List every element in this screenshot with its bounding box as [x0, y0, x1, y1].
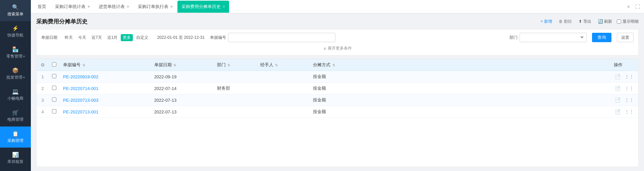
quick-icon: ⚡	[12, 25, 19, 31]
sidebar-item-retail[interactable]: 🏪 零售管理 ▾	[0, 42, 31, 63]
row-dept	[214, 94, 257, 106]
order-num-link[interactable]: PE-20220714-001	[63, 86, 99, 91]
expand-more-label: 展开更多条件	[328, 46, 352, 51]
sort-icon: ⇅	[332, 63, 335, 67]
display-detail-toggle[interactable]: 显示明细	[617, 19, 639, 24]
tab-incoming-stats[interactable]: 进货单统计表 ×	[95, 1, 133, 13]
display-detail-checkbox[interactable]	[617, 19, 621, 24]
tab-home[interactable]: 首页	[34, 1, 50, 13]
row-checkbox[interactable]	[52, 109, 56, 113]
sidebar-item-ecommerce[interactable]: 🛒 电商管理	[0, 105, 31, 126]
dept-select[interactable]	[520, 33, 587, 42]
data-table: ⚙ 单据编号 ⇅ 单据日期 ⇅	[37, 59, 638, 118]
tab-actions: × ⛶	[626, 3, 641, 10]
refresh-button[interactable]: 🔄 刷新	[596, 17, 614, 26]
col-split-method: 分摊方式 ⇅	[310, 59, 610, 71]
order-num-input[interactable]	[228, 33, 335, 42]
query-button[interactable]: 查询	[592, 33, 611, 42]
row-dept	[214, 71, 257, 83]
tab-purchase-cost-split[interactable]: 采购费用分摊单历史 ×	[177, 1, 229, 13]
table-row: 2 PE-20220714-001 2022-07-14 财务部 按金额 📄 ⋮…	[37, 83, 638, 94]
col-order-num: 单据编号 ⇅	[60, 59, 151, 71]
tab-home-label: 首页	[38, 4, 46, 10]
sidebar-item-finance[interactable]: 💰 资金管理	[0, 169, 31, 171]
close-icon[interactable]: ×	[223, 4, 225, 9]
sidebar-item-wholesale[interactable]: 📦 批发管理 ▾	[0, 63, 31, 84]
more-icon[interactable]: ⋮⋮	[624, 97, 635, 103]
row-order-num: PE-20220714-001	[60, 83, 151, 94]
more-icon[interactable]: ⋮⋮	[624, 108, 635, 115]
maximize-icon[interactable]: ⛶	[634, 3, 641, 10]
sidebar-item-inventory[interactable]: 📊 库存核算	[0, 148, 31, 169]
order-num-link[interactable]: PE-20220919-002	[63, 74, 99, 79]
row-checkbox-cell	[49, 106, 60, 118]
more-icon[interactable]: ⋮⋮	[624, 85, 635, 92]
add-button[interactable]: + 新增	[539, 17, 554, 26]
order-num-link[interactable]: PE-20220713-001	[63, 109, 99, 114]
sidebar-item-search[interactable]: 🔍 搜索菜单	[0, 0, 31, 21]
row-checkbox[interactable]	[52, 86, 56, 90]
main-content: 首页 采购订单统计表 × 进货单统计表 × 采购订单执行表 × 采购费用分摊单历…	[31, 0, 644, 171]
row-checkbox-cell	[49, 83, 60, 94]
micro-icon: 💻	[12, 88, 19, 95]
sidebar-item-label: 采购管理	[7, 138, 23, 144]
close-icon[interactable]: ×	[127, 4, 129, 9]
row-checkbox[interactable]	[52, 97, 56, 102]
edit-icon[interactable]: 📄	[614, 73, 622, 80]
edit-icon[interactable]: 📄	[614, 108, 622, 115]
date-opt-yesterday[interactable]: 昨天	[63, 34, 75, 41]
tab-purchase-order-stats-label: 采购订单统计表	[55, 4, 86, 10]
row-date: 2022-07-14	[151, 83, 214, 94]
delete-button[interactable]: 🗑 删除	[557, 17, 574, 26]
date-opt-today[interactable]: 今天	[76, 34, 88, 41]
edit-icon[interactable]: 📄	[614, 85, 622, 92]
sidebar-item-purchase[interactable]: 📋 采购管理	[0, 126, 31, 148]
tab-purchase-order-exec[interactable]: 采购订单执行表 ×	[134, 1, 177, 13]
col-gear: ⚙	[37, 59, 49, 71]
order-num-label: 单据编号	[210, 35, 226, 40]
close-icon[interactable]: ×	[170, 4, 173, 9]
date-opt-1month[interactable]: 近1月	[105, 34, 120, 41]
expand-more-button[interactable]: ∨ 展开更多条件	[321, 45, 355, 52]
row-actions: 📄 ⋮⋮	[610, 83, 638, 94]
more-icon[interactable]: ⋮⋮	[624, 73, 635, 80]
row-date: 2022-09-19	[151, 71, 214, 83]
date-opt-more[interactable]: 更多	[121, 34, 133, 41]
row-num: 3	[37, 94, 49, 106]
sort-icon: ⇅	[83, 63, 85, 67]
sidebar-item-label: 批发管理	[6, 75, 22, 80]
row-num: 1	[37, 71, 49, 83]
chevron-down-icon: ▾	[23, 55, 25, 58]
row-num: 4	[37, 106, 49, 118]
edit-icon[interactable]: 📄	[614, 97, 622, 103]
table-row: 3 PE-20220713-003 2022-07-13 按金额 📄 ⋮⋮	[37, 94, 638, 106]
sidebar-item-micro[interactable]: 💻 小畅电商	[0, 84, 31, 105]
gear-icon[interactable]: ⚙	[41, 62, 45, 68]
row-checkbox[interactable]	[52, 74, 56, 78]
row-order-num: PE-20220713-003	[60, 94, 151, 106]
tab-purchase-order-exec-label: 采购订单执行表	[138, 4, 168, 10]
search-icon: 🔍	[12, 4, 19, 10]
date-range-display: 2022-01-01 至 2022-12-31	[157, 35, 204, 40]
ecommerce-icon: 🛒	[12, 109, 19, 116]
row-split-method: 按金额	[310, 106, 610, 118]
chevron-down-icon: ∨	[323, 46, 326, 51]
row-split-method: 按金额	[310, 83, 610, 94]
close-icon[interactable]: ×	[88, 4, 90, 9]
table-row: 4 PE-20220713-001 2022-07-13 按金额 📄 ⋮⋮	[37, 106, 638, 118]
tab-purchase-order-stats[interactable]: 采购订单统计表 ×	[51, 1, 94, 13]
dept-label: 部门	[509, 35, 518, 40]
select-all-checkbox[interactable]	[52, 62, 56, 67]
export-button[interactable]: ⬆ 导出	[577, 17, 593, 26]
page-content: 采购费用分摊单历史 + 新增 🗑 删除 ⬆ 导出 🔄 刷新 显示明细 单据日期 …	[31, 13, 644, 171]
table-body: 1 PE-20220919-002 2022-09-19 按金额 📄 ⋮⋮ 2 …	[37, 71, 638, 118]
filter-area: 单据日期 昨天 今天 近7天 近1月 更多 自定义 2022-01-01 至 2…	[36, 29, 639, 56]
row-checkbox-cell	[49, 94, 60, 106]
sidebar-item-quick[interactable]: ⚡ 快捷导航	[0, 21, 31, 42]
settings-button[interactable]: 设置	[617, 33, 634, 42]
date-opt-custom[interactable]: 自定义	[134, 34, 150, 41]
close-all-icon[interactable]: ×	[626, 3, 631, 10]
date-filter-label: 单据日期	[41, 35, 57, 40]
order-num-link[interactable]: PE-20220713-003	[63, 98, 99, 103]
date-opt-7days[interactable]: 近7天	[90, 34, 104, 41]
